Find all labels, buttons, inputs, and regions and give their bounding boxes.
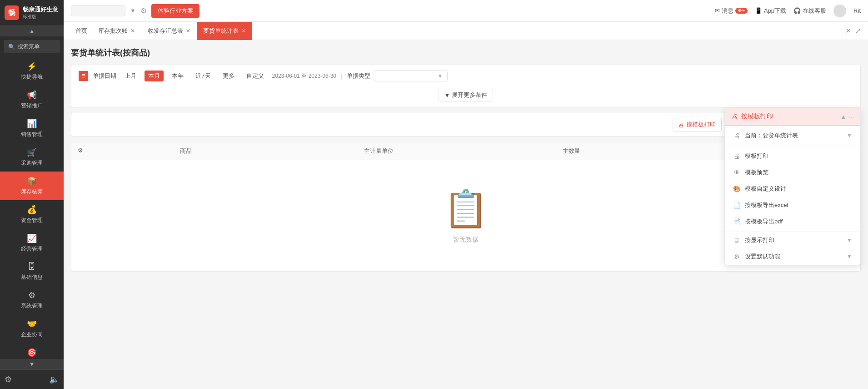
user-avatar[interactable] bbox=[833, 5, 846, 17]
message-btn[interactable]: ✉ 消息 99+ bbox=[715, 7, 748, 15]
tabs-bar: 首页 库存批次账 ✕ 收发存汇总表 ✕ 要货单统计表 ✕ ✕ ⤢ bbox=[64, 22, 868, 40]
date-btn-custom[interactable]: 自定义 bbox=[243, 71, 268, 81]
audio-icon[interactable]: 🔈 bbox=[49, 374, 59, 384]
expand-more-btn[interactable]: ▼ 展开更多条件 bbox=[439, 89, 494, 101]
system-icon: ⚙ bbox=[28, 290, 35, 300]
topbar-gear-icon[interactable]: ⚙ bbox=[140, 6, 147, 15]
sidebar-item-finance[interactable]: 💰 资金管理 bbox=[0, 200, 64, 229]
user-name: Rit bbox=[853, 7, 861, 14]
date-btn-week7[interactable]: 近7天 bbox=[192, 71, 214, 81]
close-batch-ledger-icon[interactable]: ✕ bbox=[130, 28, 135, 34]
sidebar-item-basics[interactable]: 🗄 基础信息 bbox=[0, 258, 64, 286]
dropdown-item-template-print[interactable]: 🖨 模板打印 bbox=[725, 148, 860, 164]
tabs-bar-right: ✕ ⤢ bbox=[845, 26, 861, 35]
industry-btn[interactable]: 体验行业方案 bbox=[151, 4, 200, 18]
empty-text: 暂无数据 bbox=[453, 236, 479, 244]
date-btn-year[interactable]: 本年 bbox=[168, 71, 187, 81]
sidebar-item-inventory[interactable]: 📦 库存核算 bbox=[0, 172, 64, 200]
filter-separator: | bbox=[341, 73, 342, 80]
sidebar-item-newbie[interactable]: 🎯 新手引导 bbox=[0, 343, 64, 359]
dropdown-item-export-excel[interactable]: 📄 按模板导出excel bbox=[725, 197, 860, 213]
sidebar-item-sales[interactable]: 📊 销售管理 bbox=[0, 114, 64, 143]
sidebar-item-collab[interactable]: 🤝 企业协同 bbox=[0, 314, 64, 343]
sidebar-item-purchase[interactable]: 🛒 采购管理 bbox=[0, 143, 64, 172]
order-type-arrow-icon: ▼ bbox=[438, 73, 443, 79]
tab-home[interactable]: 首页 bbox=[71, 27, 92, 35]
template-design-icon: 🎨 bbox=[733, 185, 740, 192]
filter-expand-btn[interactable]: ≡ bbox=[79, 71, 88, 81]
operations-icon: 📈 bbox=[27, 233, 37, 243]
dropdown-item-template-design[interactable]: 🎨 模板自定义设计 bbox=[725, 181, 860, 197]
dropdown-current-template[interactable]: 🖨 当前：要货单统计表 ▼ bbox=[725, 127, 860, 144]
export-pdf-icon: 📄 bbox=[733, 218, 740, 225]
sidebar: 畅 畅康通好生意 标准版 ▲ 🔍 搜索菜单 ⚡ 快捷导航 📢 营销推广 📊 销售… bbox=[0, 0, 64, 389]
collab-icon: 🤝 bbox=[27, 319, 37, 329]
date-range-text: 2023-06-01 至 2023-06-30 bbox=[272, 72, 336, 80]
template-preview-icon: 👁 bbox=[733, 169, 740, 176]
date-btn-more[interactable]: 更多 bbox=[219, 71, 238, 81]
app-logo: 畅 畅康通好生意 标准版 bbox=[0, 0, 64, 26]
close-collection-summary-icon[interactable]: ✕ bbox=[186, 28, 190, 34]
settings-bottom-icon[interactable]: ⚙ bbox=[5, 374, 12, 384]
tab-order-summary[interactable]: 要货单统计表 ✕ bbox=[197, 22, 252, 40]
print-btn[interactable]: 🖨 按模板打印 bbox=[673, 118, 722, 131]
dropdown-section-items: 🖨 模板打印 👁 模板预览 🎨 模板自定义设计 📄 按模板导出excel 📄 bbox=[725, 146, 860, 232]
display-print-chevron: ▼ bbox=[847, 237, 852, 243]
empty-icon: 📋 bbox=[443, 187, 489, 230]
dropdown-item-template-preview[interactable]: 👁 模板预览 bbox=[725, 164, 860, 181]
order-type-select[interactable]: ▼ bbox=[375, 71, 448, 81]
topbar-right: ✉ 消息 99+ 📱 App下载 🎧 在线客服 Rit bbox=[715, 5, 861, 17]
sidebar-bottom: ⚙ 🔈 bbox=[0, 369, 64, 389]
marketing-icon: 📢 bbox=[27, 90, 37, 100]
topbar-left: ▼ ⚙ 体验行业方案 bbox=[71, 4, 200, 18]
template-print-icon: 🖨 bbox=[733, 152, 740, 160]
tab-collection-summary[interactable]: 收发存汇总表 ✕ bbox=[141, 22, 197, 40]
download-icon: 📱 bbox=[755, 7, 762, 14]
newbie-icon: 🎯 bbox=[27, 348, 37, 358]
inventory-icon: 📦 bbox=[27, 176, 37, 186]
sidebar-scroll-down[interactable]: ▼ bbox=[0, 359, 64, 369]
sidebar-item-shortcut[interactable]: ⚡ 快捷导航 bbox=[0, 57, 64, 86]
dropdown-item-export-pdf[interactable]: 📄 按模板导出pdf bbox=[725, 213, 860, 230]
dropdown-more-icon[interactable]: ··· bbox=[849, 113, 854, 120]
topbar-chevron-icon[interactable]: ▼ bbox=[130, 7, 136, 14]
search-menu-button[interactable]: 🔍 搜索菜单 bbox=[4, 40, 60, 53]
page-title: 要货单统计表(按商品) bbox=[71, 47, 861, 58]
display-print-icon: 🖥 bbox=[733, 237, 740, 244]
th-quantity: 主数量 bbox=[475, 147, 668, 155]
dropdown-header-right: ▲ ··· bbox=[840, 113, 854, 120]
th-product: 商品 bbox=[90, 147, 282, 155]
tab-batch-ledger[interactable]: 库存批次账 ✕ bbox=[92, 22, 141, 40]
default-func-icon: ⚙ bbox=[733, 253, 740, 260]
close-all-tabs-icon[interactable]: ✕ bbox=[845, 26, 851, 35]
maximize-icon[interactable]: ⤢ bbox=[855, 26, 861, 35]
close-order-summary-icon[interactable]: ✕ bbox=[241, 28, 246, 34]
print-header-icon: 🖨 bbox=[731, 113, 738, 120]
service-icon: 🎧 bbox=[793, 7, 801, 14]
sidebar-item-system[interactable]: ⚙ 系统管理 bbox=[0, 286, 64, 314]
topbar-search-input[interactable] bbox=[71, 5, 125, 16]
dropdown-header-left: 🖨 按模板打印 bbox=[731, 112, 773, 121]
print-icon: 🖨 bbox=[678, 121, 684, 128]
message-icon: ✉ bbox=[715, 7, 720, 14]
default-func-chevron: ▼ bbox=[847, 253, 852, 260]
purchase-icon: 🛒 bbox=[27, 147, 37, 157]
dropdown-up-icon[interactable]: ▲ bbox=[840, 113, 846, 120]
sidebar-scroll-up[interactable]: ▲ bbox=[0, 26, 64, 36]
logo-text: 畅康通好生意 标准版 bbox=[23, 6, 58, 20]
shortcut-icon: ⚡ bbox=[27, 61, 37, 71]
th-settings[interactable]: ⚙ bbox=[71, 147, 90, 155]
date-btn-current[interactable]: 本月 bbox=[145, 71, 164, 81]
sales-icon: 📊 bbox=[27, 119, 37, 129]
customer-service-btn[interactable]: 🎧 在线客服 bbox=[793, 7, 826, 15]
app-download-btn[interactable]: 📱 App下载 bbox=[755, 7, 786, 15]
main-content: ▼ ⚙ 体验行业方案 ✉ 消息 99+ 📱 App下载 🎧 在线客服 Rit 首… bbox=[64, 0, 868, 389]
dropdown-section-current: 🖨 当前：要货单统计表 ▼ bbox=[725, 126, 860, 146]
filter-row: ≡ 单据日期 上月 本月 本年 近7天 更多 自定义 2023-06-01 至 … bbox=[79, 71, 853, 81]
logo-icon: 畅 bbox=[5, 5, 19, 20]
date-btn-prev[interactable]: 上月 bbox=[121, 71, 140, 81]
sidebar-item-marketing[interactable]: 📢 营销推广 bbox=[0, 86, 64, 114]
dropdown-default-func[interactable]: ⚙ 设置默认功能 ▼ bbox=[725, 248, 860, 265]
dropdown-display-print[interactable]: 🖥 按显示打印 ▼ bbox=[725, 232, 860, 248]
sidebar-item-operations[interactable]: 📈 经营管理 bbox=[0, 229, 64, 258]
